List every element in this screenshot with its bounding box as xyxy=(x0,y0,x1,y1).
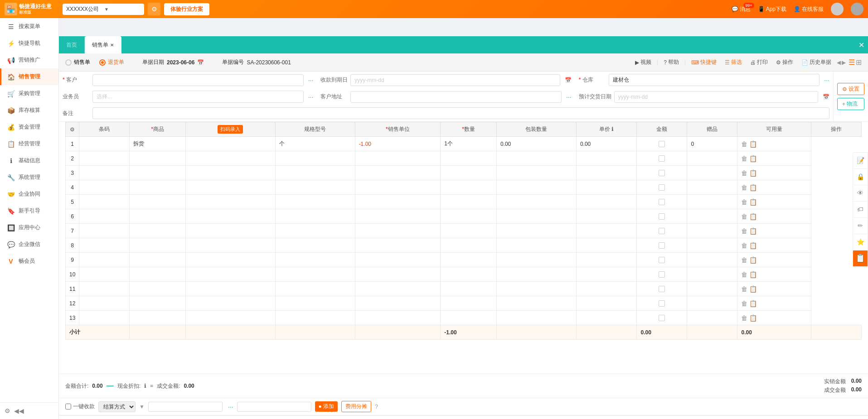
row-gift[interactable] xyxy=(637,137,687,151)
close-all-icon[interactable]: ✕ xyxy=(858,41,864,49)
scan-button[interactable]: 扫码录入 xyxy=(218,125,243,134)
row-gift[interactable] xyxy=(637,151,687,166)
row-barcode[interactable] xyxy=(79,224,130,238)
gift-checkbox[interactable] xyxy=(659,228,665,234)
expected-date-input[interactable]: yyyy-mm-dd xyxy=(614,91,818,103)
sidebar-item-inventory[interactable]: 📦 库存核算 xyxy=(0,102,58,119)
row-qty[interactable]: -1.00 xyxy=(355,137,441,151)
row-price[interactable] xyxy=(496,311,576,325)
row-spec[interactable] xyxy=(186,238,276,253)
copy-row-icon[interactable]: 📋 xyxy=(749,256,757,264)
history-btn[interactable]: 📄 历史单据 xyxy=(799,57,834,67)
gift-checkbox[interactable] xyxy=(659,199,665,205)
row-pack-qty[interactable] xyxy=(441,166,497,180)
one-click-checkbox[interactable] xyxy=(65,404,71,409)
row-barcode[interactable] xyxy=(79,166,130,180)
copy-row-icon[interactable]: 📋 xyxy=(749,271,757,278)
row-spec[interactable] xyxy=(186,253,276,267)
delete-row-icon[interactable]: 🗑 xyxy=(741,271,747,278)
sidebar-item-capital[interactable]: 💰 资金管理 xyxy=(0,119,58,135)
add-payment-button[interactable]: ● 添加 xyxy=(315,401,338,412)
row-spec[interactable] xyxy=(186,311,276,325)
row-amount[interactable] xyxy=(576,267,637,282)
message-button[interactable]: 💬 消息 99+ xyxy=(732,5,751,13)
row-gift[interactable] xyxy=(637,296,687,311)
row-unit[interactable] xyxy=(275,311,355,325)
row-unit[interactable] xyxy=(275,296,355,311)
row-gift[interactable] xyxy=(637,238,687,253)
account-picker-icon[interactable]: ··· xyxy=(228,403,233,410)
customer-addr-picker-icon[interactable]: ··· xyxy=(566,93,572,101)
sidebar-item-system[interactable]: 🔧 系统管理 xyxy=(0,169,58,186)
row-product[interactable] xyxy=(130,282,186,296)
copy-row-icon[interactable]: 📋 xyxy=(749,227,757,235)
radio-return-order[interactable]: 退货单 xyxy=(99,58,124,66)
row-product[interactable] xyxy=(130,151,186,166)
row-product[interactable] xyxy=(130,209,186,224)
gift-checkbox[interactable] xyxy=(659,242,665,249)
th-scan[interactable]: 扫码录入 xyxy=(186,122,276,137)
row-spec[interactable] xyxy=(186,267,276,282)
row-unit[interactable] xyxy=(275,180,355,195)
settlement-method-select[interactable]: 结算方式 xyxy=(98,401,136,412)
due-date-calendar-icon[interactable]: 📅 xyxy=(565,77,572,83)
nav-prev-icon[interactable]: ◀ xyxy=(837,59,841,66)
row-barcode[interactable] xyxy=(79,137,130,151)
row-barcode[interactable] xyxy=(79,253,130,267)
copy-row-icon[interactable]: 📋 xyxy=(749,198,757,206)
row-pack-qty[interactable] xyxy=(441,209,497,224)
shortcut-btn[interactable]: ⌨ 快捷键 xyxy=(689,57,719,67)
row-qty[interactable] xyxy=(355,282,441,296)
row-gift[interactable] xyxy=(637,195,687,209)
row-amount[interactable] xyxy=(576,209,637,224)
row-price[interactable] xyxy=(496,209,576,224)
gift-checkbox[interactable] xyxy=(659,213,665,220)
row-pack-qty[interactable] xyxy=(441,238,497,253)
row-product[interactable] xyxy=(130,253,186,267)
rf-lock[interactable]: 🔒 xyxy=(853,169,868,185)
gift-checkbox[interactable] xyxy=(659,170,665,176)
rf-edit[interactable]: ✏ xyxy=(853,218,868,234)
rf-tag[interactable]: 🏷 xyxy=(853,202,868,218)
row-amount[interactable] xyxy=(576,311,637,325)
copy-row-icon[interactable]: 📋 xyxy=(749,169,757,177)
row-product[interactable] xyxy=(130,224,186,238)
delete-row-icon[interactable]: 🗑 xyxy=(741,256,747,264)
sidebar-item-corpwechat[interactable]: 💬 企业微信 xyxy=(0,236,58,253)
operation-btn[interactable]: ⚙ 操作 xyxy=(773,57,796,67)
row-amount[interactable] xyxy=(576,253,637,267)
sidebar-collapse-icon[interactable]: ◀◀ xyxy=(14,407,24,414)
row-price[interactable] xyxy=(496,224,576,238)
warehouse-picker-icon[interactable]: ··· xyxy=(824,77,829,84)
row-spec[interactable] xyxy=(186,195,276,209)
row-product[interactable] xyxy=(130,238,186,253)
row-product[interactable] xyxy=(130,195,186,209)
row-qty[interactable] xyxy=(355,296,441,311)
row-unit[interactable] xyxy=(275,267,355,282)
row-price[interactable]: 0.00 xyxy=(496,137,576,151)
grid-view-icon[interactable]: ⊞ xyxy=(856,58,862,67)
one-click-payment[interactable]: 一键收款 xyxy=(65,403,95,410)
salesperson-picker-icon[interactable]: ··· xyxy=(308,93,314,101)
copy-row-icon[interactable]: 📋 xyxy=(749,213,757,220)
row-pack-qty[interactable] xyxy=(441,224,497,238)
row-product[interactable] xyxy=(130,296,186,311)
row-spec[interactable] xyxy=(186,209,276,224)
row-barcode[interactable] xyxy=(79,209,130,224)
row-qty[interactable] xyxy=(355,180,441,195)
rf-active[interactable]: 📋 xyxy=(853,250,868,267)
delete-row-icon[interactable]: 🗑 xyxy=(741,300,747,307)
customer-addr-input[interactable] xyxy=(350,91,562,103)
warehouse-input[interactable]: 建材仓 xyxy=(609,74,820,86)
delete-row-icon[interactable]: 🗑 xyxy=(741,242,747,249)
delete-row-icon[interactable]: 🗑 xyxy=(741,169,747,177)
company-selector[interactable]: XXXXXX公司 ▼ xyxy=(63,4,144,15)
row-gift[interactable] xyxy=(637,166,687,180)
row-unit[interactable] xyxy=(275,238,355,253)
row-amount[interactable] xyxy=(576,151,637,166)
gift-checkbox[interactable] xyxy=(659,155,665,162)
row-price[interactable] xyxy=(496,253,576,267)
row-price[interactable] xyxy=(496,267,576,282)
row-price[interactable] xyxy=(496,296,576,311)
row-amount[interactable] xyxy=(576,282,637,296)
